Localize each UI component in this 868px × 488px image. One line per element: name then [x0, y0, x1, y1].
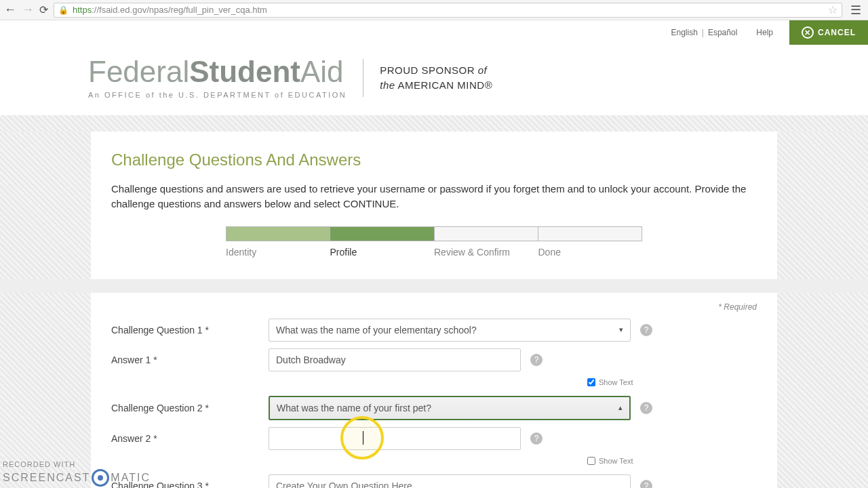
q1-value: What was the name of your elementary sch… — [276, 325, 477, 336]
text-caret — [363, 431, 363, 445]
hamburger-menu-icon[interactable]: ☰ — [848, 3, 864, 18]
fsa-logo: FederalStudentAid An OFFICE of the U.S. … — [88, 57, 347, 99]
q1-label: Challenge Question 1 * — [111, 325, 269, 336]
chevron-up-icon: ▴ — [618, 403, 623, 412]
address-bar[interactable]: 🔒 https://fsaid.ed.gov/npas/reg/full_pin… — [54, 3, 842, 18]
a1-input[interactable] — [269, 348, 521, 371]
a1-showtext-checkbox[interactable] — [587, 378, 595, 386]
progress-stepper: Identity Profile Review & Confirm Done — [226, 226, 642, 258]
page-description: Challenge questions and answers are used… — [111, 182, 757, 211]
logo-divider — [363, 59, 363, 97]
cancel-label: CANCEL — [818, 28, 856, 37]
browser-toolbar: ← → ⟳ 🔒 https://fsaid.ed.gov/npas/reg/fu… — [0, 0, 868, 20]
q2-value: What was the name of your first pet? — [277, 403, 431, 413]
q3-help-icon[interactable]: ? — [640, 480, 652, 489]
lock-icon: 🔒 — [58, 5, 68, 15]
a2-showtext-label: Show Text — [599, 457, 633, 465]
bookmark-star-icon[interactable]: ☆ — [828, 3, 837, 16]
progress-seg-profile — [330, 227, 434, 241]
forward-button[interactable]: → — [22, 3, 34, 17]
watermark-logo-icon — [92, 469, 109, 487]
q2-help-icon[interactable]: ? — [640, 402, 652, 414]
a2-help-icon[interactable]: ? — [530, 432, 542, 445]
a2-label: Answer 2 * — [111, 433, 269, 444]
progress-label: Done — [538, 247, 643, 258]
progress-label: Identity — [226, 247, 330, 258]
q2-label: Challenge Question 2 * — [111, 403, 269, 413]
sponsor-tagline: PROUD SPONSOR of the AMERICAN MIND® — [380, 63, 492, 94]
intro-card: Challenge Questions And Answers Challeng… — [91, 131, 777, 279]
help-link[interactable]: Help — [756, 28, 789, 37]
a1-showtext-label: Show Text — [599, 378, 633, 386]
recorder-watermark: RECORDED WITH SCREENCAST MATIC — [3, 460, 151, 487]
url-text: https://fsaid.ed.gov/npas/reg/full_pin_v… — [73, 5, 267, 15]
a2-showtext-checkbox[interactable] — [587, 457, 595, 465]
lang-espanol-link[interactable]: Español — [708, 28, 737, 37]
q3-input[interactable] — [269, 474, 631, 489]
a1-label: Answer 1 * — [111, 354, 269, 365]
progress-label: Profile — [330, 247, 435, 258]
page-viewport[interactable]: English | Español Help ✕ CANCEL FederalS… — [0, 20, 868, 488]
lang-english-link[interactable]: English — [671, 28, 697, 37]
utility-bar: English | Español Help ✕ CANCEL — [0, 20, 868, 45]
progress-label: Review & Confirm — [434, 247, 538, 258]
progress-seg-review — [435, 227, 538, 241]
reload-button[interactable]: ⟳ — [39, 3, 48, 16]
chevron-down-icon: ▾ — [619, 325, 623, 334]
header: FederalStudentAid An OFFICE of the U.S. … — [0, 45, 868, 115]
back-button[interactable]: ← — [4, 3, 16, 17]
progress-seg-identity — [226, 227, 330, 241]
q1-select[interactable]: What was the name of your elementary sch… — [269, 319, 631, 342]
q1-help-icon[interactable]: ? — [640, 324, 652, 336]
required-note: * Required — [111, 302, 757, 312]
form-card: * Required Challenge Question 1 * What w… — [91, 293, 777, 489]
cancel-button[interactable]: ✕ CANCEL — [789, 20, 868, 45]
progress-seg-done — [538, 227, 642, 241]
a2-input[interactable] — [269, 427, 521, 450]
cancel-icon: ✕ — [802, 26, 814, 39]
page-title: Challenge Questions And Answers — [111, 150, 757, 169]
a1-help-icon[interactable]: ? — [530, 354, 542, 366]
q2-select[interactable]: What was the name of your first pet? ▴ — [269, 396, 631, 420]
lang-separator: | — [702, 28, 704, 37]
